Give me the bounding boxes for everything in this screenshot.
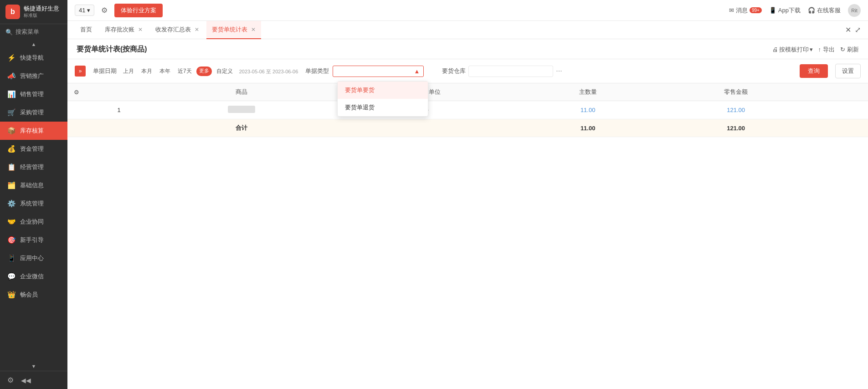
sidebar-item-basic[interactable]: 🗂️ 基础信息	[0, 176, 67, 194]
col-quantity: 主数量	[521, 83, 655, 101]
search-icon: 🔍	[5, 29, 13, 36]
footer-no	[86, 119, 152, 137]
footer-extra	[817, 119, 868, 137]
quick-nav-icon: ⚡	[7, 54, 15, 62]
product-blurred	[228, 106, 255, 113]
type-filter-group: 单据类型 ▲ 要货单要货 要货单退货	[305, 66, 424, 77]
tab-receivable-summary-close[interactable]: ✕	[195, 26, 199, 33]
warehouse-filter-label: 要货仓库	[442, 67, 466, 75]
query-button[interactable]: 查询	[800, 64, 828, 78]
date-shortcut-this-year[interactable]: 本年	[157, 67, 173, 76]
print-button[interactable]: 🖨 按模板打印 ▾	[772, 46, 813, 54]
sidebar-scroll-up[interactable]: ▲	[0, 40, 67, 49]
sidebar-item-app-center[interactable]: 📱 应用中心	[0, 249, 67, 267]
print-dropdown-icon: ▾	[810, 46, 813, 53]
export-button[interactable]: ↑ 导出	[818, 46, 835, 54]
sidebar-scroll-down[interactable]: ▼	[0, 362, 67, 371]
tabs-close-all-button[interactable]: ✕	[845, 26, 851, 34]
dropdown-item-label: 要货单要货	[345, 87, 375, 93]
date-shortcut-7days[interactable]: 近7天	[175, 67, 195, 76]
system-icon: ⚙️	[7, 200, 15, 208]
tab-order-stats-close[interactable]: ✕	[251, 26, 256, 33]
avatar[interactable]: Rit	[848, 4, 861, 17]
print-icon: 🖨	[772, 46, 778, 53]
dropdown-item-order-return[interactable]: 要货单退货	[338, 99, 428, 116]
store-name: 41	[79, 7, 85, 14]
col-settings[interactable]: ⚙	[67, 83, 86, 101]
more-filters-button[interactable]: ···	[556, 67, 562, 75]
app-download-button[interactable]: 📱 App下载	[769, 6, 801, 15]
amount-link[interactable]: 121.00	[727, 107, 745, 113]
tabs-actions: ✕ ⤢	[845, 26, 861, 34]
quantity-link[interactable]: 11.00	[580, 107, 596, 113]
refresh-button[interactable]: ↻ 刷新	[840, 46, 859, 54]
wechat-icon: 💬	[7, 272, 15, 281]
sidebar-item-system[interactable]: ⚙️ 系统管理	[0, 194, 67, 213]
sidebar-item-finance[interactable]: 💰 资金管理	[0, 140, 67, 158]
date-shortcuts: 上月 本月 本年 近7天 更多 自定义	[120, 67, 236, 76]
topbar-gear-button[interactable]: ⚙	[98, 4, 111, 17]
col-extra	[817, 83, 868, 101]
type-filter-dropdown: 要货单要货 要货单退货	[337, 81, 428, 117]
page-header: 要货单统计表(按商品) 🖨 按模板打印 ▾ ↑ 导出 ↻ 刷新	[67, 39, 868, 59]
tab-home[interactable]: 首页	[75, 21, 98, 39]
date-filter-label: 单据日期	[93, 67, 117, 75]
dropdown-item-order-goods[interactable]: 要货单要货	[338, 82, 428, 99]
sidebar-item-label: 采购管理	[20, 108, 44, 117]
sidebar-item-enterprise[interactable]: 🤝 企业协同	[0, 213, 67, 231]
sidebar-item-label: 基础信息	[20, 181, 44, 189]
sidebar-item-sales[interactable]: 📊 销售管理	[0, 85, 67, 103]
tab-receivable-summary[interactable]: 收发存汇总表 ✕	[150, 21, 205, 39]
sidebar-logo: b 畅捷通好生意 标准版	[0, 0, 67, 24]
dropdown-item-label: 要货单退货	[345, 104, 375, 111]
logo-badge: 标准版	[24, 12, 59, 19]
table-footer-row: 合计 11.00 121.00	[67, 119, 868, 137]
sidebar-item-label: 系统管理	[20, 200, 44, 208]
topbar: 41 ▾ ⚙ 体验行业方案 ✉ 消息 99+ 📱 App下载 🎧 在线客服	[67, 0, 868, 21]
export-icon: ↑	[818, 46, 822, 53]
tab-inventory-batch-close[interactable]: ✕	[138, 26, 143, 33]
tabs-bar: 首页 库存批次账 ✕ 收发存汇总表 ✕ 要货单统计表 ✕ ✕ ⤢	[67, 21, 868, 39]
sidebar-item-operation[interactable]: 📋 经营管理	[0, 158, 67, 176]
sidebar-item-inventory[interactable]: 📦 库存核算	[0, 122, 67, 140]
sidebar: b 畅捷通好生意 标准版 🔍 搜索菜单 ▲ ⚡ 快捷导航 📣 营销推广 📊 销售…	[0, 0, 67, 389]
sidebar-item-label: 资金管理	[20, 145, 44, 153]
main-content: 41 ▾ ⚙ 体验行业方案 ✉ 消息 99+ 📱 App下载 🎧 在线客服	[67, 0, 868, 389]
search-label: 搜索菜单	[15, 28, 39, 36]
sidebar-item-label: 销售管理	[20, 90, 44, 98]
tab-inventory-batch[interactable]: 库存批次账 ✕	[99, 21, 148, 39]
type-filter-select[interactable]: ▲	[333, 66, 424, 77]
tab-receivable-summary-label: 收发存汇总表	[155, 26, 191, 34]
store-selector[interactable]: 41 ▾	[75, 5, 94, 16]
settings-button[interactable]: 设置	[835, 64, 861, 78]
online-service-button[interactable]: 🎧 在线客服	[808, 6, 841, 15]
date-shortcut-last-month[interactable]: 上月	[120, 67, 137, 76]
filter-expand-button[interactable]: »	[75, 66, 86, 77]
sidebar-item-purchase[interactable]: 🛒 采购管理	[0, 103, 67, 122]
sidebar-item-wechat[interactable]: 💬 企业微信	[0, 267, 67, 286]
date-shortcut-more[interactable]: 更多	[196, 67, 212, 76]
sidebar-search[interactable]: 🔍 搜索菜单	[0, 24, 67, 40]
tabs-expand-button[interactable]: ⤢	[855, 26, 861, 34]
trial-button[interactable]: 体验行业方案	[114, 4, 163, 17]
messages-button[interactable]: ✉ 消息 99+	[729, 6, 762, 15]
tab-order-stats[interactable]: 要货单统计表 ✕	[206, 21, 261, 39]
type-filter-arrow: ▲	[414, 68, 420, 75]
cell-amount: 121.00	[655, 101, 817, 119]
sidebar-item-member[interactable]: 👑 畅会员	[0, 286, 67, 304]
sidebar-item-marketing[interactable]: 📣 营销推广	[0, 67, 67, 85]
sales-icon: 📊	[7, 90, 15, 98]
messages-label: 消息	[736, 6, 748, 15]
date-shortcut-custom[interactable]: 自定义	[214, 67, 236, 76]
footer-unit	[331, 119, 521, 137]
collapse-icon[interactable]: ◀◀	[21, 377, 31, 384]
sidebar-item-quick-nav[interactable]: ⚡ 快捷导航	[0, 49, 67, 67]
date-filter-group: 单据日期 上月 本月 本年 近7天 更多 自定义 2023-05-06 至 20…	[93, 67, 298, 76]
tab-order-stats-label: 要货单统计表	[212, 26, 247, 34]
topbar-right: ✉ 消息 99+ 📱 App下载 🎧 在线客服 Rit	[729, 4, 861, 17]
message-icon: ✉	[729, 7, 734, 14]
settings-icon[interactable]: ⚙	[7, 376, 14, 384]
sidebar-item-guide[interactable]: 🎯 新手引导	[0, 231, 67, 249]
date-shortcut-this-month[interactable]: 本月	[139, 67, 155, 76]
warehouse-filter-input[interactable]	[468, 66, 553, 77]
